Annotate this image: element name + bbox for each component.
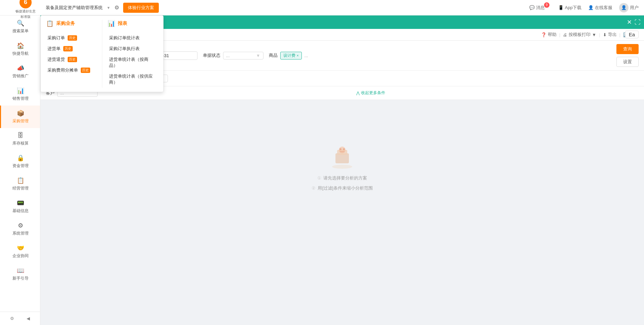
divider2: | [599, 32, 600, 37]
inbound-supplier-stat-label: 进货单统计表（按供应商） [109, 73, 157, 85]
sidebar-label-finance: 资金管理 [12, 163, 29, 169]
tab-maximize-icon[interactable]: ⛶ [635, 19, 641, 26]
collapse-up-icon: ⋀ [356, 91, 360, 95]
sidebar-label-quicknav: 快捷导航 [12, 51, 29, 56]
hint1-text: 请先选择要分析的方案 [323, 175, 367, 181]
export-icon: ⬇ [603, 32, 607, 37]
operation-icon: 📋 [17, 177, 24, 184]
setting-button[interactable]: 设置 [616, 57, 639, 67]
menu-item-expense[interactable]: 采购费用分摊单 历史 [46, 65, 97, 76]
top-header: 6 畅捷通好生意 标准版 装备及固定资产辅助管理系统 ▼ ⚙ 体验行业方案 💬 … [0, 0, 644, 15]
menu-item-inbound[interactable]: 进货单 历史 [46, 43, 97, 54]
goods-ellipsis[interactable]: ... [305, 53, 308, 58]
tab-bar-right: ✕ ⛶ [627, 18, 641, 26]
goods-chip-label: 设计费 [283, 53, 295, 58]
purchase-stat-label: 采购订单统计表 [109, 35, 140, 41]
dropdown-menu: 📋 采购业务 采购订单 历史 进货单 历史 进货退货 历史 采购费用分摊单 历史… [40, 15, 164, 92]
sidebar-item-basic[interactable]: 📟 基础信息 [0, 195, 40, 218]
sidebar-item-quicknav[interactable]: 🏠 快捷导航 [0, 38, 40, 60]
sidebar-bottom: ⚙ ◀ [0, 312, 40, 325]
sidebar-item-guide[interactable]: 📖 新手引导 [0, 263, 40, 285]
tab-close-window-icon[interactable]: ✕ [627, 18, 632, 26]
doc-status-select[interactable]: ... ▼ [223, 52, 263, 59]
empty-state: ① 请先选择要分析的方案 ② 用[过滤]条件来缩小分析范围 [40, 100, 644, 234]
goods-section: 商品 设计费 × ... [269, 52, 308, 59]
doc-status-section: 单据状态 ... ▼ [203, 52, 263, 59]
purchase-header-text: 采购业务 [56, 21, 75, 27]
svg-point-4 [339, 148, 342, 150]
user-avatar: 👤 [619, 3, 629, 12]
logo-subtitle: 标准版 [21, 14, 31, 19]
message-action[interactable]: 💬 消息 9 [529, 5, 551, 11]
report-header-icon: 📊 [108, 20, 115, 27]
hint2-text: 用[过滤]条件来缩小分析范围 [318, 185, 372, 191]
sidebar-item-purchase[interactable]: 📦 采购管理 [0, 106, 40, 128]
header-middle: 装备及固定资产辅助管理系统 ▼ ⚙ 体验行业方案 [46, 3, 529, 13]
menu-item-return[interactable]: 进货退货 历史 [46, 54, 97, 65]
settings-icon[interactable]: ⚙ [114, 4, 119, 11]
purchase-order-badge: 历史 [68, 35, 77, 41]
menu-item-inbound-supplier-stat[interactable]: 进货单统计表（按供应商） [108, 71, 158, 88]
purchase-header-icon: 📋 [46, 20, 53, 27]
collapse-button[interactable]: ⋀ 收起更多条件 [356, 90, 385, 96]
message-label: 消息 [536, 5, 545, 11]
collapse-label: 收起更多条件 [361, 90, 385, 96]
help-button[interactable]: ❓ 帮助 [541, 32, 557, 38]
inbound-goods-stat-label: 进货单统计表（按商品） [109, 56, 157, 69]
sidebar-item-operation[interactable]: 📋 经营管理 [0, 173, 40, 195]
user-label: 用户 [630, 5, 639, 11]
industry-button[interactable]: 体验行业方案 [123, 3, 159, 13]
sidebar-collapse-icon[interactable]: ◀ [27, 316, 30, 321]
doc-status-value: ... [226, 53, 255, 58]
app-download-label: App下载 [565, 5, 581, 11]
purchase-icon: 📦 [17, 110, 24, 117]
menu-item-inbound-goods-stat[interactable]: 进货单统计表（按商品） [108, 54, 158, 71]
sidebar-item-marketing[interactable]: 📣 营销推广 [0, 60, 40, 83]
menu-item-purchase-exec[interactable]: 采购订单执行表 [108, 43, 158, 54]
system-dropdown-arrow[interactable]: ▼ [107, 6, 110, 10]
sidebar-item-sales[interactable]: 📊 销售管理 [0, 83, 40, 106]
sidebar-item-system[interactable]: ⚙ 系统管理 [0, 218, 40, 240]
svg-rect-6 [340, 151, 345, 152]
system-name: 装备及固定资产辅助管理系统 [46, 5, 103, 11]
finance-icon: 🔒 [17, 154, 24, 162]
empty-svg [329, 143, 356, 170]
logo-title: 畅捷通好生意 [15, 9, 36, 14]
menu-item-purchase-order[interactable]: 采购订单 历史 [46, 33, 97, 43]
expense-label: 采购费用分摊单 [47, 67, 78, 73]
print-label: 按模板打印 [569, 32, 591, 38]
sidebar-item-enterprise[interactable]: 🤝 企业协同 [0, 240, 40, 263]
print-button[interactable]: 🖨 按模板打印 ▼ [563, 32, 596, 38]
return-badge: 历史 [68, 57, 77, 62]
empty-hint-1: ① 请先选择要分析的方案 [317, 175, 367, 181]
search-icon: 🔍 [17, 19, 24, 27]
sidebar-item-inventory[interactable]: 🗄 库存核算 [0, 128, 40, 150]
divider1: | [559, 32, 560, 37]
svg-point-5 [343, 148, 345, 150]
sidebar-item-finance[interactable]: 🔒 资金管理 [0, 150, 40, 173]
menu-item-purchase-stat[interactable]: 采购订单统计表 [108, 33, 158, 43]
purchase-exec-label: 采购订单执行表 [109, 46, 140, 52]
marketing-icon: 📣 [17, 65, 24, 72]
sidebar-label-operation: 经营管理 [12, 186, 29, 191]
goods-chip-close[interactable]: × [297, 54, 299, 57]
doc-status-label: 单据状态 [203, 52, 220, 58]
purchase-order-label: 采购订单 [47, 35, 65, 41]
doc-status-arrow: ▼ [256, 53, 260, 58]
collapse-btn-area: ⋀ 收起更多条件 [103, 90, 639, 96]
export-button[interactable]: ⬇ 导出 [603, 32, 617, 38]
report-menu-column: 📊 报表 采购订单统计表 采购订单执行表 进货单统计表（按商品） 进货单统计表（… [102, 20, 164, 88]
sidebar-settings-icon[interactable]: ⚙ [10, 316, 14, 321]
basic-icon: 📟 [17, 199, 24, 207]
goods-chip: 设计费 × [280, 52, 302, 59]
online-service-action[interactable]: 👤 在线客服 [588, 5, 612, 11]
empty-hint-2: ② 用[过滤]条件来缩小分析范围 [312, 185, 372, 191]
logo-icon: 6 [20, 0, 32, 8]
sidebar: 🔍 搜索菜单 🏠 快捷导航 📣 营销推广 📊 销售管理 📦 采购管理 🗄 库存核… [0, 15, 40, 325]
inventory-icon: 🗄 [17, 132, 24, 139]
message-badge: 9 [544, 2, 549, 8]
query-button[interactable]: 查询 [616, 44, 639, 54]
user-action[interactable]: 👤 用户 [619, 3, 639, 12]
report-menu-header: 📊 报表 [108, 20, 158, 29]
app-download-action[interactable]: 📱 App下载 [558, 5, 581, 11]
